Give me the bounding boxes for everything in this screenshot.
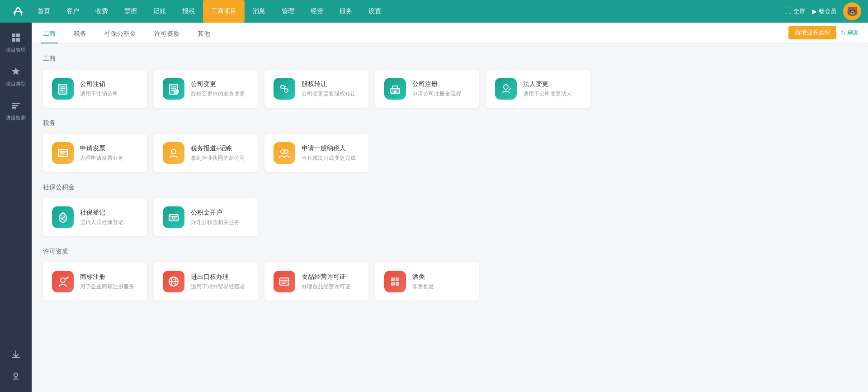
svg-rect-3 xyxy=(16,38,20,42)
section-title-business: 工商 xyxy=(43,55,857,63)
general-taxpayer-desc: 当月或次月成变更完成 xyxy=(302,154,359,162)
card-company-change[interactable]: 公司变更 股权变更外的业务变更 xyxy=(154,70,258,108)
cards-grid-business: 公司注销 适用于注销公司 xyxy=(43,70,857,108)
svg-rect-23 xyxy=(394,91,396,93)
card-provident-fund[interactable]: 公积金开户 办理公积金相关业务 xyxy=(154,198,258,236)
svg-rect-6 xyxy=(12,105,18,106)
nav-client[interactable]: 客户 xyxy=(58,0,87,23)
social-insurance-title: 社保登记 xyxy=(80,209,138,217)
svg-rect-31 xyxy=(169,215,178,221)
sidebar-download-button[interactable] xyxy=(0,345,32,364)
company-cancel-title: 公司注销 xyxy=(80,80,138,88)
svg-point-30 xyxy=(284,150,288,153)
nav-operation[interactable]: 经营 xyxy=(302,0,331,23)
card-company-cancel[interactable]: 公司注销 适用于注销公司 xyxy=(43,70,147,108)
nav-fee[interactable]: 收费 xyxy=(87,0,116,23)
card-import-export[interactable]: 进出口权办理 适用于对外贸易经营者 xyxy=(154,263,258,301)
nav-bill[interactable]: 票据 xyxy=(116,0,145,23)
svg-rect-7 xyxy=(12,107,16,109)
user-avatar[interactable]: 🐻 xyxy=(843,2,861,20)
svg-rect-42 xyxy=(391,277,395,281)
sidebar-bottom xyxy=(0,345,32,392)
tab-social-insurance[interactable]: 社保公积金 xyxy=(102,25,138,43)
tab-tax[interactable]: 税务 xyxy=(71,25,89,43)
refresh-icon: ↻ xyxy=(841,29,846,36)
card-apply-invoice[interactable]: 申请发票 办理申请发票业务 xyxy=(43,134,147,172)
nav-manage[interactable]: 管理 xyxy=(274,0,302,23)
nav-home[interactable]: 首页 xyxy=(29,0,58,23)
card-tax-report[interactable]: 税务报道+记账 拿到营业执照的新公司 xyxy=(154,134,258,172)
sidebar-item-progress[interactable]: 进度监测 xyxy=(0,95,32,127)
legal-change-icon xyxy=(495,78,517,100)
food-license-icon xyxy=(274,271,295,292)
trademark-desc: 用于企业商标注册服务 xyxy=(80,283,138,291)
company-register-desc: 申请公司注册全流程 xyxy=(412,90,470,98)
fullscreen-icon: ⛶ xyxy=(784,7,792,15)
vip-label: 畅会员 xyxy=(819,7,836,15)
nav-service[interactable]: 服务 xyxy=(331,0,360,23)
card-equity-transfer[interactable]: 股权转让 公司变更需要股权转让 xyxy=(264,70,368,108)
refresh-button[interactable]: ↻ 刷新 xyxy=(841,29,859,37)
tabs: 工商 税务 社保公积金 许可资质 其他 xyxy=(41,25,212,43)
cards-grid-tax: 申请发票 办理申请发票业务 税务报道+记账 拿到营业执照的新公司 xyxy=(43,134,857,172)
tax-report-icon xyxy=(163,142,184,164)
social-insurance-icon xyxy=(52,206,74,228)
content-area: 工商 税务 社保公积金 许可资质 其他 新增业务类型 ↻ 刷新 工商 xyxy=(32,23,868,392)
card-social-insurance[interactable]: 社保登记 进行人员社保登记 xyxy=(43,198,147,236)
equity-transfer-icon xyxy=(274,78,295,100)
app-logo xyxy=(7,0,29,23)
scroll-content: 工商 公司注销 适用于注销公司 xyxy=(32,43,868,392)
svg-rect-1 xyxy=(16,33,20,37)
cards-grid-insurance: 社保登记 进行人员社保登记 公积金开户 办理公积金相关业务 xyxy=(43,198,857,236)
section-title-tax: 税务 xyxy=(43,119,857,127)
company-register-icon xyxy=(384,78,406,100)
svg-rect-38 xyxy=(280,278,289,285)
svg-point-29 xyxy=(281,150,284,153)
sidebar-item-project-manage[interactable]: 项目管理 xyxy=(0,27,32,59)
svg-rect-45 xyxy=(396,282,399,286)
card-trademark[interactable]: 商标注册 用于企业商标注册服务 xyxy=(43,263,147,301)
provident-fund-text: 公积金开户 办理公积金相关业务 xyxy=(191,209,249,226)
apply-invoice-desc: 办理申请发票业务 xyxy=(80,154,138,162)
food-license-text: 食品经营许可证 办理食品经营许可证 xyxy=(302,273,359,291)
nav-settings[interactable]: 设置 xyxy=(360,0,389,23)
card-food-license[interactable]: 食品经营许可证 办理食品经营许可证 xyxy=(264,263,368,301)
trademark-title: 商标注册 xyxy=(80,273,138,281)
company-cancel-desc: 适用于注销公司 xyxy=(80,90,138,98)
nav-tax[interactable]: 报税 xyxy=(174,0,203,23)
sidebar: 项目管理 项目类型 进度监测 xyxy=(0,23,32,392)
vip-button[interactable]: ▶ 畅会员 xyxy=(812,7,836,15)
food-license-desc: 办理食品经营许可证 xyxy=(302,283,359,291)
general-taxpayer-icon xyxy=(274,142,295,164)
card-general-taxpayer[interactable]: 申请一般纳税人 当月或次月成变更完成 xyxy=(264,134,368,172)
section-title-license: 许可资质 xyxy=(43,248,857,256)
import-export-icon xyxy=(163,271,184,292)
nav-business[interactable]: 工商项目 xyxy=(203,0,245,23)
legal-change-title: 法人变更 xyxy=(523,80,581,88)
nav-items: 首页 客户 收费 票据 记账 报税 工商项目 消息 管理 经营 服务 设置 xyxy=(29,0,784,23)
svg-point-19 xyxy=(281,85,284,89)
card-legal-change[interactable]: 法人变更 适用于公司变更法人 xyxy=(486,70,590,108)
general-taxpayer-title: 申请一般纳税人 xyxy=(302,144,359,153)
nav-message[interactable]: 消息 xyxy=(245,0,274,23)
tab-business[interactable]: 工商 xyxy=(41,25,58,43)
provident-fund-title: 公积金开户 xyxy=(191,209,249,217)
project-type-icon xyxy=(11,67,21,79)
card-liquor[interactable]: 酒类 零售批发 xyxy=(375,263,479,301)
company-register-title: 公司注册 xyxy=(412,80,470,88)
svg-rect-25 xyxy=(58,149,67,157)
sidebar-item-project-type[interactable]: 项目类型 xyxy=(0,61,32,93)
sidebar-location-button[interactable] xyxy=(0,366,32,385)
sidebar-label-project-type: 项目类型 xyxy=(6,81,26,87)
company-cancel-text: 公司注销 适用于注销公司 xyxy=(80,80,138,98)
progress-icon xyxy=(11,100,21,113)
card-company-register[interactable]: 公司注册 申请公司注册全流程 xyxy=(375,70,479,108)
tab-other[interactable]: 其他 xyxy=(195,25,212,43)
add-type-button[interactable]: 新增业务类型 xyxy=(788,26,836,39)
import-export-text: 进出口权办理 适用于对外贸易经营者 xyxy=(191,273,249,291)
nav-accounting[interactable]: 记账 xyxy=(145,0,174,23)
fullscreen-button[interactable]: ⛶ 全屏 xyxy=(784,7,805,15)
svg-point-20 xyxy=(284,89,288,92)
top-nav-right: ⛶ 全屏 ▶ 畅会员 🐻 xyxy=(784,2,868,20)
tab-license[interactable]: 许可资质 xyxy=(152,25,182,43)
